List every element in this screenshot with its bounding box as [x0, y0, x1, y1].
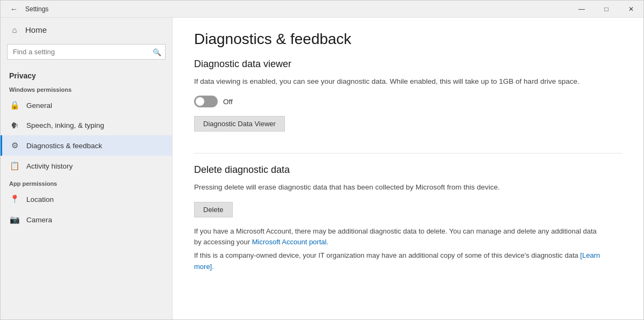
- back-button[interactable]: ←: [7, 4, 21, 14]
- app-permissions-label: App permissions: [1, 176, 172, 189]
- maximize-button[interactable]: □: [594, 1, 619, 18]
- main-layout: ⌂ Home 🔍 Privacy Windows permissions 🔒 G…: [1, 18, 643, 319]
- toggle-row: Off: [194, 96, 622, 107]
- sidebar: ⌂ Home 🔍 Privacy Windows permissions 🔒 G…: [1, 18, 173, 319]
- location-icon: 📍: [9, 194, 20, 204]
- toggle-knob: [196, 97, 204, 106]
- sidebar-home-label: Home: [25, 25, 47, 34]
- sidebar-item-camera-label: Camera: [26, 216, 52, 224]
- delete-description: Pressing delete will erase diagnostic da…: [194, 182, 603, 193]
- diagnostic-data-viewer-button[interactable]: Diagnostic Data Viewer: [194, 116, 285, 132]
- minimize-button[interactable]: —: [569, 1, 594, 18]
- activity-icon: 📋: [9, 161, 20, 171]
- delete-heading: Delete diagnostic data: [194, 164, 622, 176]
- title-bar-controls: — □ ✕: [569, 1, 643, 18]
- title-bar-left: ← Settings: [7, 4, 48, 14]
- speech-icon: 🗣: [9, 121, 20, 130]
- windows-permissions-label: Windows permissions: [1, 82, 172, 95]
- sidebar-home-item[interactable]: ⌂ Home: [1, 18, 172, 42]
- general-icon: 🔒: [9, 100, 20, 110]
- section-divider: [194, 153, 622, 154]
- sidebar-item-diagnostics-label: Diagnostics & feedback: [26, 142, 102, 150]
- content-area: Diagnostics & feedback Diagnostic data v…: [173, 18, 643, 319]
- microsoft-account-link[interactable]: Microsoft Account portal.: [252, 238, 328, 246]
- privacy-label: Privacy: [1, 66, 172, 82]
- sidebar-item-general-label: General: [26, 101, 52, 110]
- sidebar-search-container: 🔍: [7, 44, 166, 60]
- diagnostic-toggle[interactable]: [194, 96, 218, 107]
- search-icon: 🔍: [153, 48, 161, 56]
- info-text-2: If this is a company-owned device, your …: [194, 250, 603, 273]
- window-title: Settings: [25, 5, 48, 13]
- sidebar-item-speech-label: Speech, inking, & typing: [26, 121, 104, 129]
- close-button[interactable]: ✕: [619, 1, 643, 18]
- sidebar-item-camera[interactable]: 📷 Camera: [1, 209, 172, 230]
- page-title: Diagnostics & feedback: [194, 31, 622, 48]
- home-icon: ⌂: [9, 25, 20, 34]
- sidebar-item-diagnostics[interactable]: ⚙ Diagnostics & feedback: [1, 135, 172, 156]
- delete-button[interactable]: Delete: [194, 202, 233, 217]
- sidebar-item-activity-label: Activity history: [26, 162, 73, 170]
- sidebar-item-location[interactable]: 📍 Location: [1, 189, 172, 209]
- title-bar: ← Settings — □ ✕: [1, 1, 643, 18]
- search-input[interactable]: [7, 44, 166, 60]
- sidebar-item-location-label: Location: [26, 195, 54, 203]
- camera-icon: 📷: [9, 215, 20, 224]
- sidebar-item-activity[interactable]: 📋 Activity history: [1, 156, 172, 176]
- viewer-heading: Diagnostic data viewer: [194, 59, 622, 70]
- toggle-track: [194, 96, 218, 107]
- sidebar-item-speech[interactable]: 🗣 Speech, inking, & typing: [1, 115, 172, 135]
- viewer-description: If data viewing is enabled, you can see …: [194, 76, 603, 87]
- toggle-label: Off: [223, 98, 233, 106]
- diagnostics-icon: ⚙: [9, 141, 20, 150]
- settings-window: ← Settings — □ ✕ ⌂ Home 🔍 Privacy W: [0, 0, 644, 320]
- info-text-1: If you have a Microsoft Account, there m…: [194, 226, 603, 249]
- sidebar-item-general[interactable]: 🔒 General: [1, 95, 172, 115]
